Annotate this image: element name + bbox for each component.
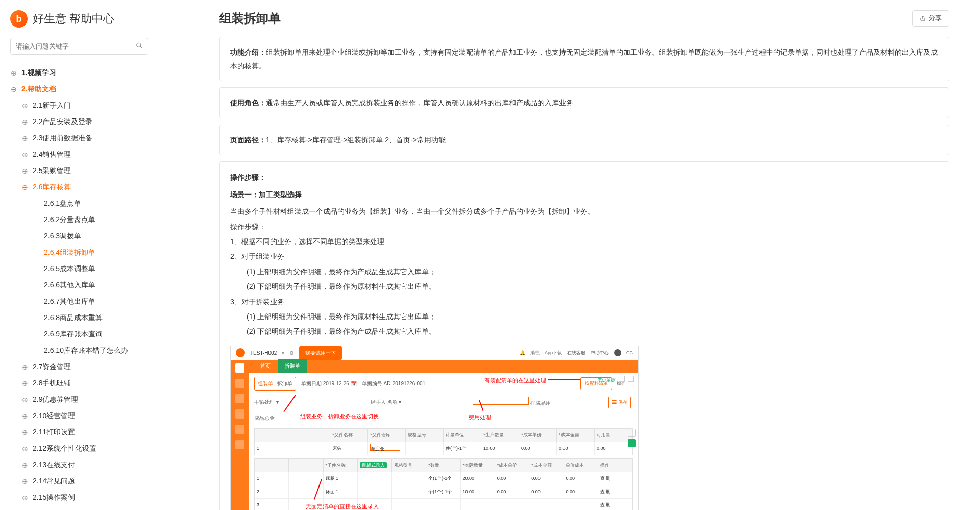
plus-icon: ⊕ xyxy=(21,412,29,420)
nav-help-docs[interactable]: ⊖2.帮助文档 xyxy=(10,81,148,98)
nav-video[interactable]: ⊕1.视频学习 xyxy=(10,65,148,81)
step3: 3、对于拆装业务 xyxy=(230,295,939,309)
nav-2-2[interactable]: ⊕2.2产品安装及登录 xyxy=(21,114,148,130)
nav-2-6-7[interactable]: 2.6.7其他出库单 xyxy=(44,294,148,310)
nav-2-13[interactable]: ⊕2.13在线支付 xyxy=(21,457,148,473)
svg-point-0 xyxy=(137,43,141,47)
nav-2-6-8[interactable]: 2.6.8商品成本重算 xyxy=(44,310,148,326)
share-icon xyxy=(920,15,926,21)
ss-tab-assembly: 拆装单 xyxy=(278,359,307,373)
search-icon[interactable] xyxy=(136,42,143,51)
ss-annotation-2: 组装业务、拆卸业务在这里切换 xyxy=(300,410,379,422)
plus-icon: ⊕ xyxy=(21,118,29,126)
role-box: 使用角色：通常由生产人员或库管人员完成拆装业务的操作，库管人员确认原材料的出库和… xyxy=(219,87,949,118)
intro-text: 组装拆卸单用来处理企业组装或拆卸等加工业务，支持有固定装配清单的产品加工业务，也… xyxy=(230,48,938,70)
arrow-icon xyxy=(548,379,581,380)
plus-icon: ⊕ xyxy=(21,167,29,175)
ss-right-toolbar xyxy=(627,427,638,449)
ss-header: TEST-H002 ▾ ⚙ 我要试用一下 🔔消息 App下载 在线客服 帮助中心… xyxy=(231,346,638,360)
ss-try-button: 我要试用一下 xyxy=(299,346,342,360)
ss-sidenav xyxy=(231,360,249,510)
col-icon xyxy=(628,376,634,382)
plus-icon: ⊕ xyxy=(21,151,29,158)
tool-icon xyxy=(628,429,636,437)
nav-2-3[interactable]: ⊕2.3使用前数据准备 xyxy=(21,130,148,147)
nav-2-14[interactable]: ⊕2.14常见问题 xyxy=(21,473,148,490)
share-button[interactable]: 分享 xyxy=(912,10,949,27)
step2-1: (1) 上部明细为父件明细，最终作为产成品生成其它入库单； xyxy=(230,264,939,279)
nav-2-4[interactable]: ⊕2.4销售管理 xyxy=(21,147,148,163)
search-input[interactable] xyxy=(10,38,148,55)
nav-2-6-10[interactable]: 2.6.10库存账本错了怎么办 xyxy=(44,343,148,359)
nav-2-1[interactable]: ⊕2.1新手入门 xyxy=(21,98,148,114)
role-label: 使用角色： xyxy=(230,99,266,107)
ss-annotation-1: 有装配清单的在这里处理 xyxy=(484,375,546,386)
minus-icon: ⊖ xyxy=(21,184,29,191)
ss-logo-icon xyxy=(236,348,245,357)
path-text: 1、库存核算->库存管理->组装拆卸单 2、首页->常用功能 xyxy=(266,136,446,144)
share-label: 分享 xyxy=(928,14,942,23)
nav-icon-4 xyxy=(235,425,244,434)
nav-icon-1 xyxy=(235,379,244,388)
plus-icon: ⊕ xyxy=(21,380,29,387)
main-content: 组装拆卸单 分享 功能介绍：组装拆卸单用来处理企业组装或拆卸等加工业务，支持有固… xyxy=(158,0,980,510)
ss-child-table: *子件名称目标式录入规格型号*数量*实际数量*成本单价*成本金额单位成本操作 1… xyxy=(254,458,633,510)
embedded-screenshot: TEST-H002 ▾ ⚙ 我要试用一下 🔔消息 App下载 在线客服 帮助中心… xyxy=(230,346,639,510)
step3-2: (2) 下部明细为子件明细，最终作为产成品生成其它入库单。 xyxy=(230,324,939,339)
gear-icon: ⚙ xyxy=(289,348,294,358)
page-title: 组装拆卸单 xyxy=(219,10,281,27)
logo-row: b 好生意 帮助中心 xyxy=(10,10,148,28)
nav-2-5[interactable]: ⊕2.5采购管理 xyxy=(21,163,148,179)
nav-icon-2 xyxy=(235,394,244,403)
nav-2-6-9[interactable]: 2.6.9库存账本查询 xyxy=(44,326,148,343)
bell-icon: 🔔 xyxy=(520,348,525,358)
ss-radio-assembly: 组装单 xyxy=(258,378,273,389)
step3-1: (1) 上部明细为父件明细，最终作为原材料生成其它出库单； xyxy=(230,309,939,324)
grid-icon xyxy=(619,376,625,382)
nav-2-15[interactable]: ⊕2.15操作案例 xyxy=(21,490,148,506)
tool-icon-active xyxy=(628,439,636,447)
plus-icon: ⊕ xyxy=(21,478,29,485)
path-label: 页面路径： xyxy=(230,136,266,144)
ss-annotation-3: 费用处理 xyxy=(469,411,491,423)
app-title: 好生意 帮助中心 xyxy=(33,11,114,27)
nav-2-9[interactable]: ⊕2.9优惠券管理 xyxy=(21,392,148,408)
ss-type-radio: 组装单 拆卸单 xyxy=(254,377,296,391)
ss-user: TEST-H002 xyxy=(250,348,277,358)
scene1-title: 场景一：加工类型选择 xyxy=(230,187,939,202)
svg-line-1 xyxy=(140,46,142,48)
path-box: 页面路径：1、库存核算->库存管理->组装拆卸单 2、首页->常用功能 xyxy=(219,125,949,156)
role-text: 通常由生产人员或库管人员完成拆装业务的操作，库管人员确认原材料的出库和产成品的入… xyxy=(266,99,573,107)
plus-icon: ⊕ xyxy=(21,363,29,371)
nav-2-6-6[interactable]: 2.6.6其他入库单 xyxy=(44,277,148,294)
ss-header-right: 🔔消息 App下载 在线客服 帮助中心 CC xyxy=(520,348,633,358)
plus-icon: ⊕ xyxy=(21,429,29,436)
ss-main: 首页 拆装单 组装单 拆卸单 单据日期 2019-12-26 📅 单据编号 AD… xyxy=(249,360,638,510)
nav-2-12[interactable]: ⊕2.12系统个性化设置 xyxy=(21,441,148,457)
step2: 2、对于组装业务 xyxy=(230,249,939,264)
plus-icon: ⊕ xyxy=(21,102,29,109)
nav-2-6[interactable]: ⊖2.6库存核算 xyxy=(21,179,148,196)
ss-parent-table: *父件名称*父件仓库规格型号计量单位*生产数量*成本单价*成本金额可用量 1床头… xyxy=(254,428,633,456)
sidebar: b 好生意 帮助中心 ⊕1.视频学习 ⊖2.帮助文档 ⊕2.1新手入门 ⊕2.2… xyxy=(0,0,158,510)
nav-2-7[interactable]: ⊕2.7资金管理 xyxy=(21,359,148,375)
plus-icon: ⊕ xyxy=(10,69,17,77)
ss-cost-input xyxy=(473,397,529,405)
ss-radio-disassembly: 拆卸单 xyxy=(277,378,292,389)
nav-2-11[interactable]: ⊕2.11打印设置 xyxy=(21,424,148,441)
nav-2-8[interactable]: ⊕2.8手机旺铺 xyxy=(21,375,148,392)
nav-2-6-1[interactable]: 2.6.1盘点单 xyxy=(44,196,148,212)
nav-2-6-3[interactable]: 2.6.3调拨单 xyxy=(44,228,148,245)
logo-icon: b xyxy=(10,10,28,28)
plus-icon: ⊕ xyxy=(21,135,29,142)
nav-2-6-2[interactable]: 2.6.2分量盘点单 xyxy=(44,212,148,228)
plus-icon: ⊕ xyxy=(21,462,29,469)
intro-box: 功能介绍：组装拆卸单用来处理企业组装或拆卸等加工业务，支持有固定装配清单的产品加… xyxy=(219,37,949,81)
nav-2-10[interactable]: ⊕2.10经营管理 xyxy=(21,408,148,424)
scene1-desc: 当由多个子件材料组装成一个成品的业务为【组装】业务，当由一个父件拆分成多个子产品… xyxy=(230,204,939,219)
nav-2-6-5[interactable]: 2.6.5成本调整单 xyxy=(44,261,148,277)
nav-tree: ⊕1.视频学习 ⊖2.帮助文档 ⊕2.1新手入门 ⊕2.2产品安装及登录 ⊕2.… xyxy=(10,65,148,506)
nav-icon-3 xyxy=(235,409,244,419)
nav-2-6-4[interactable]: 2.6.4组装拆卸单 xyxy=(44,245,148,261)
steps-label: 操作步骤： xyxy=(230,220,939,234)
